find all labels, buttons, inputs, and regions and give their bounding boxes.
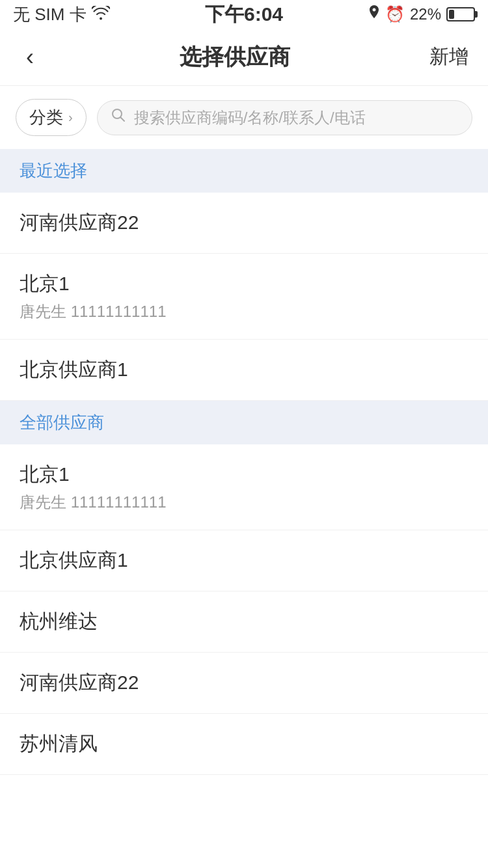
item-name: 杭州维达 xyxy=(20,608,468,635)
item-name: 河南供应商22 xyxy=(20,670,468,696)
list-item[interactable]: 北京1 唐先生 11111111111 xyxy=(0,254,488,340)
category-button[interactable]: 分类 › xyxy=(16,99,87,136)
item-name: 河南供应商22 xyxy=(20,210,468,236)
search-icon xyxy=(111,107,126,128)
list-item[interactable]: 河南供应商22 xyxy=(0,193,488,254)
list-item[interactable]: 北京1 唐先生 11111111111 xyxy=(0,444,488,530)
recent-list: 河南供应商22 北京1 唐先生 11111111111 北京供应商1 xyxy=(0,193,488,401)
status-left: 无 SIM 卡 xyxy=(13,3,110,26)
nav-bar: ‹ 选择供应商 新增 xyxy=(0,29,488,86)
item-sub: 唐先生 11111111111 xyxy=(20,492,468,513)
search-box[interactable]: 搜索供应商编码/名称/联系人/电话 xyxy=(97,100,472,135)
status-right: ⏰ 22% xyxy=(368,5,475,23)
item-name: 北京供应商1 xyxy=(20,547,468,574)
alarm-icon: ⏰ xyxy=(385,5,405,23)
category-label: 分类 xyxy=(29,106,63,129)
battery-pct: 22% xyxy=(410,5,441,23)
svg-line-1 xyxy=(120,118,124,122)
list-item[interactable]: 河南供应商22 xyxy=(0,653,488,714)
page-title: 选择供应商 xyxy=(180,42,290,72)
all-list: 北京1 唐先生 11111111111 北京供应商1 杭州维达 河南供应商22 … xyxy=(0,444,488,775)
list-item[interactable]: 苏州清风 xyxy=(0,714,488,775)
all-section-header: 全部供应商 xyxy=(0,401,488,444)
item-sub: 唐先生 11111111111 xyxy=(20,301,468,322)
filter-bar: 分类 › 搜索供应商编码/名称/联系人/电话 xyxy=(0,86,488,149)
wifi-icon xyxy=(92,5,110,25)
chevron-right-icon: › xyxy=(68,110,73,125)
battery-icon xyxy=(446,7,475,21)
carrier-text: 无 SIM 卡 xyxy=(13,3,87,26)
recent-section-header: 最近选择 xyxy=(0,149,488,193)
item-name: 北京1 xyxy=(20,461,468,488)
back-button[interactable]: ‹ xyxy=(20,37,40,77)
list-item[interactable]: 杭州维达 xyxy=(0,591,488,653)
status-bar: 无 SIM 卡 下午6:04 ⏰ 22% xyxy=(0,0,488,29)
item-name: 北京供应商1 xyxy=(20,357,468,383)
status-time: 下午6:04 xyxy=(205,1,283,28)
list-item[interactable]: 北京供应商1 xyxy=(0,530,488,591)
location-icon xyxy=(368,5,380,23)
search-placeholder-text: 搜索供应商编码/名称/联系人/电话 xyxy=(134,107,366,128)
add-button[interactable]: 新增 xyxy=(429,44,468,70)
list-item[interactable]: 北京供应商1 xyxy=(0,340,488,401)
item-name: 北京1 xyxy=(20,271,468,297)
item-name: 苏州清风 xyxy=(20,731,468,757)
